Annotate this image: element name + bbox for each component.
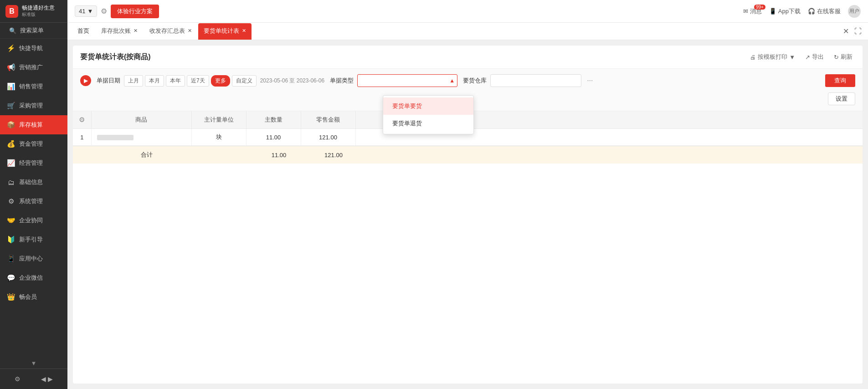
sidebar-label-collab: 企业协同 (19, 216, 43, 225)
date-btn-this-month[interactable]: 本月 (145, 75, 164, 87)
th-settings[interactable]: ⚙ (73, 111, 91, 129)
date-btn-last-month[interactable]: 上月 (124, 75, 143, 87)
sidebar-label-basic: 基础信息 (19, 178, 43, 186)
sidebar-icon-finance: 💰 (6, 139, 15, 148)
page-title: 要货单统计表(按商品) (80, 52, 151, 62)
refresh-btn[interactable]: ↻ 刷新 (831, 51, 855, 63)
sidebar-icon-inventory: 📦 (6, 120, 15, 129)
tab-label-receivable-summary: 收发存汇总表 (149, 27, 185, 35)
print-btn[interactable]: 🖨 按模板打印 ▼ (747, 51, 798, 63)
tabbar: 首页库存批次账✕收发存汇总表✕要货单统计表✕ ✕ ⛶ (67, 23, 868, 40)
sidebar-label-marketing: 营销推广 (19, 63, 43, 72)
app-download-btn[interactable]: 📱 App下载 (769, 7, 801, 15)
sidebar-label-sales: 销售管理 (19, 82, 43, 91)
sidebar-label-member: 畅会员 (19, 293, 37, 301)
sidebar-scroll-down[interactable]: ▼ (0, 358, 67, 369)
tabbar-actions: ✕ ⛶ (841, 25, 863, 37)
messages-btn[interactable]: ✉ 消息 99+ (743, 7, 762, 15)
sidebar-icon-quick-nav: ⚡ (6, 44, 15, 53)
sidebar-label-purchase: 采购管理 (19, 102, 43, 110)
sidebar-item-quick-nav[interactable]: ⚡ 快捷导航 (0, 39, 67, 58)
tab-close-requisition-stats[interactable]: ✕ (242, 28, 246, 34)
type-select-input[interactable] (357, 74, 457, 87)
warehouse-input[interactable] (490, 74, 581, 87)
sidebar-item-marketing[interactable]: 📢 营销推广 (0, 58, 67, 77)
tab-label-home: 首页 (77, 27, 89, 35)
sidebar: B 畅捷通好生意 标准版 🔍 搜索菜单 ⚡ 快捷导航 📢 营销推广 📊 销售管理… (0, 0, 67, 389)
page-card: 要货单统计表(按商品) 🖨 按模板打印 ▼ ↗ 导出 ↻ 刷新 (73, 46, 863, 384)
date-btn-7days[interactable]: 近7天 (187, 75, 209, 87)
sidebar-icon-purchase: 🛒 (6, 101, 15, 110)
message-icon: ✉ (743, 8, 748, 15)
sidebar-icon-marketing: 📢 (6, 63, 15, 72)
tab-inventory-batch[interactable]: 库存批次账✕ (96, 23, 143, 40)
tab-close-inventory-batch[interactable]: ✕ (134, 28, 138, 34)
messages-badge: 99+ (754, 5, 765, 10)
sidebar-item-collab[interactable]: 🤝 企业协同 (0, 211, 67, 230)
th-amount: 零售金额 (301, 111, 355, 129)
table-footer: 合计 11.00 121.00 (73, 146, 863, 164)
sidebar-label-guide: 新手引导 (19, 235, 43, 244)
logo-icon: B (5, 5, 18, 18)
sidebar-item-appstore[interactable]: 📱 应用中心 (0, 249, 67, 268)
sidebar-search[interactable]: 🔍 搜索菜单 (0, 23, 67, 39)
query-btn[interactable]: 查询 (825, 74, 855, 87)
date-btn-more[interactable]: 更多 (211, 75, 230, 87)
sidebar-item-finance[interactable]: 💰 资金管理 (0, 134, 67, 154)
avatar-text: 用户 (849, 8, 859, 15)
settings-gear-icon[interactable]: ⚙ (101, 7, 107, 15)
store-selector[interactable]: 41 ▼ (75, 5, 97, 17)
tab-requisition-stats[interactable]: 要货单统计表✕ (198, 23, 252, 40)
sidebar-item-purchase[interactable]: 🛒 采购管理 (0, 96, 67, 115)
sidebar-item-sales[interactable]: 📊 销售管理 (0, 77, 67, 96)
tab-home[interactable]: 首页 (72, 23, 95, 40)
collapse-icon: ◀ (41, 375, 46, 383)
date-btn-this-year[interactable]: 本年 (166, 75, 185, 87)
sidebar-collapse-btn[interactable]: ◀ ▶ (37, 374, 56, 384)
tab-close-receivable-summary[interactable]: ✕ (188, 28, 192, 34)
date-label: 单据日期 (97, 77, 120, 85)
type-select-wrapper: ▲ (357, 74, 457, 87)
sidebar-items-list: ⚡ 快捷导航 📢 营销推广 📊 销售管理 🛒 采购管理 📦 库存核算 💰 资金管… (0, 39, 67, 358)
store-dropdown-icon: ▼ (87, 8, 93, 15)
sidebar-item-system[interactable]: ⚙ 系统管理 (0, 192, 67, 211)
sidebar-item-inventory[interactable]: 📦 库存核算 (0, 115, 67, 134)
page-header: 要货单统计表(按商品) 🖨 按模板打印 ▼ ↗ 导出 ↻ 刷新 (73, 46, 863, 69)
td-amount-0: 121.00 (301, 129, 355, 146)
sidebar-logo: B 畅捷通好生意 标准版 (0, 0, 67, 23)
date-buttons: 上月 本月 本年 近7天 更多 自定义 (124, 75, 257, 87)
sidebar-icon-system: ⚙ (6, 197, 15, 206)
sidebar-item-operations[interactable]: 📈 经营管理 (0, 154, 67, 173)
industry-btn[interactable]: 体验行业方案 (111, 5, 159, 18)
sidebar-bottom: ⚙ ◀ ▶ (0, 369, 67, 389)
warehouse-more-icon[interactable]: ··· (585, 77, 595, 85)
sidebar-item-wechat[interactable]: 💬 企业微信 (0, 268, 67, 287)
sidebar-label-quick-nav: 快捷导航 (19, 44, 43, 52)
type-label: 单据类型 (330, 77, 354, 85)
th-product: 商品 (91, 111, 191, 129)
dropdown-item-order-return[interactable]: 要货单退货 (383, 115, 473, 132)
sidebar-label-operations: 经营管理 (19, 159, 43, 167)
sidebar-item-basic[interactable]: 🗂 基础信息 (0, 173, 67, 192)
sidebar-item-member[interactable]: 👑 畅会员 (0, 287, 67, 307)
tab-label-requisition-stats: 要货单统计表 (204, 27, 239, 35)
export-btn[interactable]: ↗ 导出 (802, 51, 827, 63)
filter-expand-btn[interactable]: ▶ (80, 75, 91, 86)
sidebar-icon-sales: 📊 (6, 82, 15, 91)
filter-settings-btn[interactable]: 设置 (828, 92, 855, 105)
sidebar-icon-operations: 📈 (6, 159, 15, 168)
sidebar-item-guide[interactable]: 🔰 新手引导 (0, 230, 67, 249)
sidebar-settings-btn[interactable]: ⚙ (11, 374, 24, 384)
tab-receivable-summary[interactable]: 收发存汇总表✕ (144, 23, 197, 40)
th-settings-icon[interactable]: ⚙ (79, 116, 85, 123)
online-service-btn[interactable]: 🎧 在线客服 (808, 7, 841, 15)
close-tab-btn[interactable]: ✕ (841, 25, 851, 37)
expand-tab-btn[interactable]: ⛶ (853, 26, 863, 37)
sidebar-label-system: 系统管理 (19, 197, 43, 205)
footer-amount: 121.00 (306, 152, 361, 159)
user-avatar[interactable]: 用户 (848, 5, 861, 18)
dropdown-item-order-goods[interactable]: 要货单要货 (383, 97, 473, 115)
content-area: 要货单统计表(按商品) 🖨 按模板打印 ▼ ↗ 导出 ↻ 刷新 (67, 40, 868, 389)
date-filter-group: 单据日期 上月 本月 本年 近7天 更多 自定义 2023-05-06 至 20… (97, 75, 324, 87)
date-btn-custom[interactable]: 自定义 (232, 75, 257, 87)
